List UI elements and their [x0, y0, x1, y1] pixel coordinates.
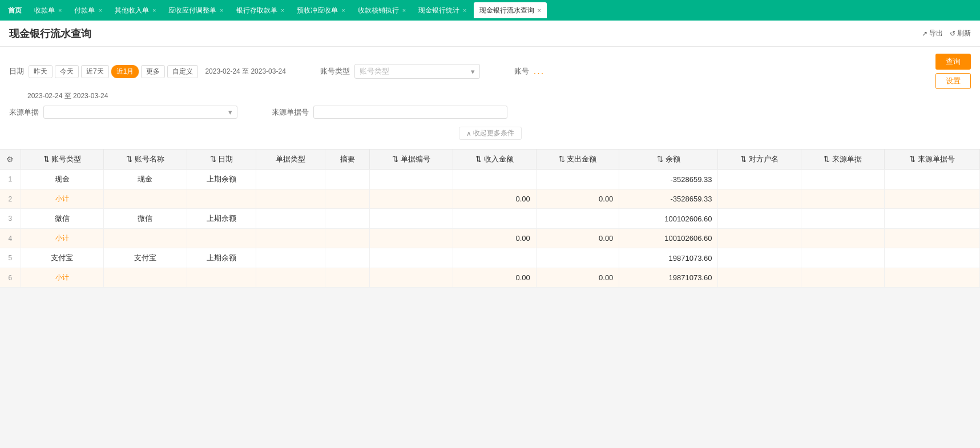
account-type-label: 账号类型 — [320, 66, 350, 76]
close-flow-icon[interactable]: × — [538, 7, 541, 14]
col-account-type[interactable]: ⇅ 账号类型 — [21, 150, 104, 169]
export-button[interactable]: ↗ 导出 — [922, 29, 943, 38]
table-row: 6小计0.000.0019871073.60 — [0, 268, 980, 288]
table-header-row: ⚙ ⇅ 账号类型 ⇅ 账号名称 ⇅ 日期 单据类型 摘要 ⇅ 单 — [0, 150, 980, 169]
refresh-icon: ↺ — [950, 30, 955, 38]
account-type-placeholder: 账号类型 — [360, 66, 389, 76]
nav-tab-prepay-offset[interactable]: 预收冲应收单 × — [291, 2, 350, 18]
cell-doc-type — [256, 169, 325, 189]
date-filter: 日期 昨天 今天 近7天 近1月 更多 自定义 2023-02-24 至 202… — [9, 65, 286, 78]
cell-income — [453, 169, 537, 189]
source-doc-filter: 来源单据 ▾ — [9, 106, 237, 119]
filter-row-1: 日期 昨天 今天 近7天 近1月 更多 自定义 2023-02-24 至 202… — [9, 54, 971, 89]
col-summary[interactable]: 摘要 — [325, 150, 370, 169]
close-receipt-icon[interactable]: × — [58, 7, 62, 14]
cell-account-name — [104, 268, 187, 288]
settings-button[interactable]: 设置 — [935, 73, 971, 89]
col-settings[interactable]: ⚙ — [0, 150, 21, 169]
header-actions: ↗ 导出 ↺ 刷新 — [922, 29, 971, 38]
col-income[interactable]: ⇅ 收入金额 — [453, 150, 537, 169]
table-row: 2小计0.000.00-3528659.33 — [0, 189, 980, 209]
col-doc-type[interactable]: 单据类型 — [256, 150, 325, 169]
col-account-name-label: ⇅ 账号名称 — [126, 155, 164, 163]
cell-summary — [325, 169, 370, 189]
collapse-button[interactable]: ∧ 收起更多条件 — [459, 127, 522, 140]
cell-account-type: 支付宝 — [21, 248, 104, 268]
nav-tab-other-income-label: 其他收入单 — [115, 6, 149, 15]
col-doc-no-label: ⇅ 单据编号 — [392, 155, 430, 163]
cell-doc-type — [256, 229, 325, 248]
close-stat-icon[interactable]: × — [463, 7, 466, 14]
cell-expense: 0.00 — [536, 229, 619, 248]
nav-tab-collect-exec[interactable]: 收款核销执行 × — [352, 2, 412, 18]
close-prepay-icon[interactable]: × — [341, 7, 345, 14]
col-source-doc-label: ⇅ 来源单据 — [824, 155, 862, 163]
cell-expense: 0.00 — [536, 268, 619, 288]
col-account-name[interactable]: ⇅ 账号名称 — [104, 150, 187, 169]
col-expense-label: ⇅ 支出金额 — [559, 155, 597, 163]
cell-source-doc — [801, 189, 885, 209]
cell-account-name — [104, 189, 187, 209]
nav-tab-other-income[interactable]: 其他收入单 × — [109, 2, 162, 18]
cell-balance: 19871073.60 — [619, 248, 718, 268]
date-range-display: 2023-02-24 至 2023-03-24 — [205, 67, 285, 76]
cell-source-doc-no — [884, 248, 979, 268]
row-num: 4 — [0, 229, 21, 248]
data-table: ⚙ ⇅ 账号类型 ⇅ 账号名称 ⇅ 日期 单据类型 摘要 ⇅ 单 — [0, 150, 980, 288]
nav-tab-payment[interactable]: 付款单 × — [68, 2, 107, 18]
refresh-label: 刷新 — [957, 29, 971, 38]
cell-counterparty — [718, 248, 801, 268]
cell-source-doc — [801, 229, 885, 248]
nav-tab-home[interactable]: 首页 — [2, 2, 27, 18]
filter-area: 日期 昨天 今天 近7天 近1月 更多 自定义 2023-02-24 至 202… — [0, 47, 980, 150]
cell-source-doc-no — [884, 189, 979, 209]
col-counterparty[interactable]: ⇅ 对方户名 — [718, 150, 801, 169]
gear-icon: ⚙ — [6, 155, 14, 164]
nav-tab-ar-ap-label: 应收应付调整单 — [168, 6, 216, 15]
nav-tab-cash-bank-flow[interactable]: 现金银行流水查询 × — [474, 2, 547, 18]
close-other-income-icon[interactable]: × — [152, 7, 156, 14]
cell-doc-no — [370, 248, 453, 268]
date-btn-today[interactable]: 今天 — [55, 65, 79, 78]
cell-balance: 19871073.60 — [619, 268, 718, 288]
nav-tab-receipt-label: 收款单 — [34, 6, 55, 15]
collapse-label: 收起更多条件 — [473, 128, 514, 138]
close-collect-icon[interactable]: × — [402, 7, 406, 14]
nav-tab-stat-label: 现金银行统计 — [418, 6, 459, 15]
col-account-type-label: ⇅ 账号类型 — [43, 155, 82, 163]
close-bank-deposit-icon[interactable]: × — [281, 7, 284, 14]
date-btn-yesterday[interactable]: 昨天 — [29, 65, 53, 78]
source-doc-label: 来源单据 — [9, 107, 39, 118]
col-balance[interactable]: ⇅ 余额 — [619, 150, 718, 169]
account-type-filter: 账号类型 账号类型 ▾ — [320, 64, 480, 79]
close-ar-ap-icon[interactable]: × — [220, 7, 223, 14]
query-button[interactable]: 查询 — [935, 54, 971, 70]
account-type-select[interactable]: 账号类型 ▾ — [354, 64, 480, 79]
source-doc-select[interactable]: ▾ — [43, 106, 237, 119]
nav-tab-bank-deposit-label: 银行存取款单 — [236, 6, 277, 15]
nav-tab-receipt[interactable]: 收款单 × — [29, 2, 67, 18]
source-doc-no-input[interactable] — [313, 106, 507, 119]
cell-counterparty — [718, 209, 801, 229]
cell-doc-no — [370, 209, 453, 229]
account-dots[interactable]: ... — [534, 66, 545, 76]
col-source-doc[interactable]: ⇅ 来源单据 — [801, 150, 885, 169]
date-btn-1month[interactable]: 近1月 — [111, 65, 139, 78]
col-source-doc-no[interactable]: ⇅ 来源单据号 — [884, 150, 979, 169]
cell-source-doc — [801, 268, 885, 288]
col-doc-no[interactable]: ⇅ 单据编号 — [370, 150, 453, 169]
col-expense[interactable]: ⇅ 支出金额 — [536, 150, 619, 169]
nav-tab-ar-ap-adjust[interactable]: 应收应付调整单 × — [163, 2, 229, 18]
col-doc-type-label: 单据类型 — [276, 155, 305, 163]
date-btn-7days[interactable]: 近7天 — [81, 65, 109, 78]
col-date[interactable]: ⇅ 日期 — [187, 150, 256, 169]
nav-tab-cash-bank-stat[interactable]: 现金银行统计 × — [413, 2, 472, 18]
date-btn-custom[interactable]: 自定义 — [167, 65, 198, 78]
nav-tab-bank-deposit[interactable]: 银行存取款单 × — [231, 2, 290, 18]
refresh-button[interactable]: ↺ 刷新 — [950, 29, 971, 38]
cell-date: 上期余额 — [187, 169, 256, 189]
date-btn-more[interactable]: 更多 — [141, 65, 165, 78]
date-options: 昨天 今天 近7天 近1月 更多 自定义 — [29, 65, 198, 78]
date-label: 日期 — [9, 66, 24, 76]
close-payment-icon[interactable]: × — [98, 7, 102, 14]
